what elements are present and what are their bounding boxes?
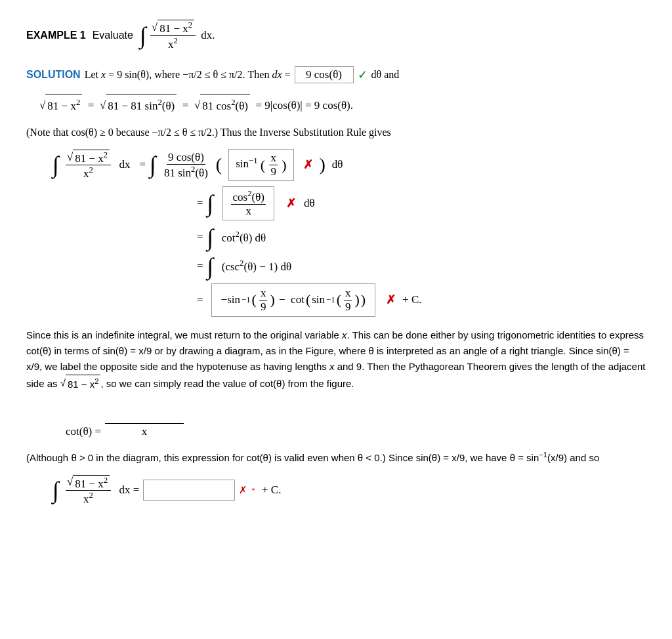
dtheta1: dθ (332, 158, 343, 171)
header-integral: ∫ √ 81 − x2 x2 dx. (140, 20, 215, 51)
solution-line: SOLUTION Let x = 9 sin(θ), where −π/2 ≤ … (26, 66, 646, 83)
csc2-sup: 2 (240, 258, 243, 268)
example-label: EXAMPLE 1 (26, 30, 86, 41)
final-cot-parenr: ) (361, 293, 366, 307)
cot-frac-den: x (142, 424, 148, 438)
x-mark1: ✗ (303, 157, 313, 172)
dx-input[interactable]: 9 cos(θ) (295, 66, 354, 83)
dx-text: dx. (201, 29, 215, 42)
cos2-sup: 2 (247, 189, 251, 198)
sqrt-adj-sym: √ (60, 375, 66, 391)
integral-row1: ∫ √ 81 − x2 x2 dx = ∫ 9 cos(θ) 81 sin2(θ… (52, 149, 646, 181)
sqrt-adj: √ 81 − x2 (60, 375, 101, 392)
plus-c-final: + C. (259, 484, 282, 497)
cot-section: cot(θ) = x (66, 403, 646, 438)
cot2: cot2(θ) dθ (219, 230, 266, 245)
sqrt-adj-content: 81 − x2 (66, 375, 101, 392)
sup-final-den: 2 (89, 491, 93, 500)
sup-sin-inv: −1 (539, 451, 547, 459)
sqrt-left-content: 81 − x2 (45, 94, 82, 117)
frac-left: √ 81 − x2 x2 (66, 150, 111, 180)
superscript-2: 2 (188, 20, 192, 30)
final-lhs-num: √ 81 − x2 (66, 475, 111, 491)
integral-row2: = ∫ cos2(θ) x ✗ dθ (197, 186, 646, 220)
final-paren1r: ) (270, 293, 274, 307)
note-text: (Note that cos(θ) ≥ 0 because −π/2 ≤ θ ≤… (26, 127, 646, 138)
final-frac1-num: x (259, 287, 268, 300)
final-frac1-den: 9 (259, 300, 268, 314)
cot-label: cot(θ) = (66, 425, 101, 438)
x-mark3: ✗ (386, 293, 396, 307)
sqrt-lhs-content: 81 − x2 (73, 150, 110, 165)
sqrt-sym2: √ (100, 94, 106, 117)
solution-label: SOLUTION (26, 69, 81, 81)
frac-right: 9 cos(θ) 81 sin2(θ) (163, 151, 209, 180)
integral-row5: = −sin−1 ( x 9 ) − cot ( sin−1 ( x 9 ) )… (197, 283, 646, 317)
equals2: = (197, 197, 203, 210)
sup-final: 2 (104, 476, 108, 485)
sqrt-equation-line: √ 81 − x2 = √ 81 − 81 sin2(θ) = √ 81 cos… (39, 94, 646, 117)
sup-lhs: 2 (104, 150, 108, 159)
sqrt-final: √ 81 − x2 (67, 475, 110, 491)
frac-right-num: 9 cos(θ) (167, 151, 205, 165)
sup-den: 2 (89, 165, 93, 175)
superscript-2b: 2 (174, 36, 178, 45)
sqrt-symbol: √ (152, 21, 158, 34)
final-box[interactable]: −sin−1 ( x 9 ) − cot ( sin−1 ( x 9 ) ) (211, 283, 376, 317)
header-fraction-den: x2 (167, 36, 179, 51)
cot-frac-num[interactable] (105, 403, 184, 424)
sqrt-final-sym: √ (67, 476, 73, 489)
sqrt-content: 81 − x2 (158, 20, 194, 35)
cos2box[interactable]: cos2(θ) x (222, 186, 274, 220)
final-cot-parenl: ( (306, 293, 310, 307)
body-text-para1: Since this is an indefinite integral, we… (26, 327, 646, 392)
csc2: (csc2(θ) − 1) dθ (219, 258, 291, 274)
dtheta2: dθ (304, 197, 315, 210)
dx-rhs: dx (116, 158, 130, 171)
equals1: = (139, 158, 146, 171)
header-fraction-num: √ 81 − x2 (150, 20, 196, 36)
final-paren1l: ( (252, 293, 257, 307)
integral-row4: = ∫ (csc2(θ) − 1) dθ (197, 255, 646, 278)
equals3: = (197, 231, 203, 244)
integral-symbol: ∫ (140, 24, 146, 47)
sqrt-mid1: √ 81 − 81 sin2(θ) (100, 94, 177, 117)
integral-right: ∫ (150, 153, 156, 176)
sinbox[interactable]: sin−1 ( x 9 ) (228, 149, 293, 181)
sqrt-mid1-content: 81 − 81 sin2(θ) (106, 94, 177, 117)
sup-adj: 2 (94, 377, 98, 385)
sinbox-den: 9 (269, 165, 278, 178)
cot2-sup: 2 (236, 230, 240, 239)
integral-row4-int: ∫ (207, 255, 214, 278)
plus-c: + C. (402, 293, 421, 306)
sqrt-wrapper: √ 81 − x2 (152, 20, 194, 35)
cot-fraction: x (105, 403, 184, 438)
solution-text1: Let x = 9 sin(θ), where −π/2 ≤ θ ≤ π/2. … (85, 69, 291, 81)
cos2-num: cos2(θ) (231, 189, 266, 205)
final-sin2-parenr: ) (354, 293, 359, 307)
final-integral-sym: ∫ (52, 478, 59, 502)
sqrt-sym3: √ (194, 94, 200, 117)
solution-text2: dθ and (371, 69, 400, 81)
sqrt-sym: √ (39, 94, 45, 117)
final-lhs-den: x2 (82, 491, 94, 506)
x-mark4: ✗ (239, 484, 247, 496)
sup-sin2: 2 (191, 165, 195, 174)
final-sin2-sup: −1 (326, 295, 335, 305)
body-text-para2: (Although θ > 0 in the diagram, this exp… (26, 449, 646, 466)
equals4: = (197, 260, 203, 273)
final-answer-input[interactable] (143, 480, 235, 501)
sup2: 2 (76, 98, 80, 107)
final-sin-sup: −1 (242, 295, 251, 305)
sqrt-final-content: 81 − x2 (73, 475, 110, 491)
final-dx: dx = (116, 484, 139, 497)
final-frac2-den: 9 (344, 300, 352, 314)
cos2frac: cos2(θ) x (231, 189, 266, 218)
sinbox-sup: −1 (249, 156, 258, 165)
sqrt-eq: √ 81 − x2 = √ 81 − 81 sin2(θ) = √ 81 cos… (39, 99, 353, 112)
frac-left-den: x2 (82, 165, 94, 180)
sinbox-paren-l: ( (261, 156, 265, 173)
sinbox-num: x (269, 152, 278, 165)
main-equation-block: ∫ √ 81 − x2 x2 dx = ∫ 9 cos(θ) 81 sin2(θ… (52, 149, 646, 317)
paren-right: ) (320, 155, 326, 174)
